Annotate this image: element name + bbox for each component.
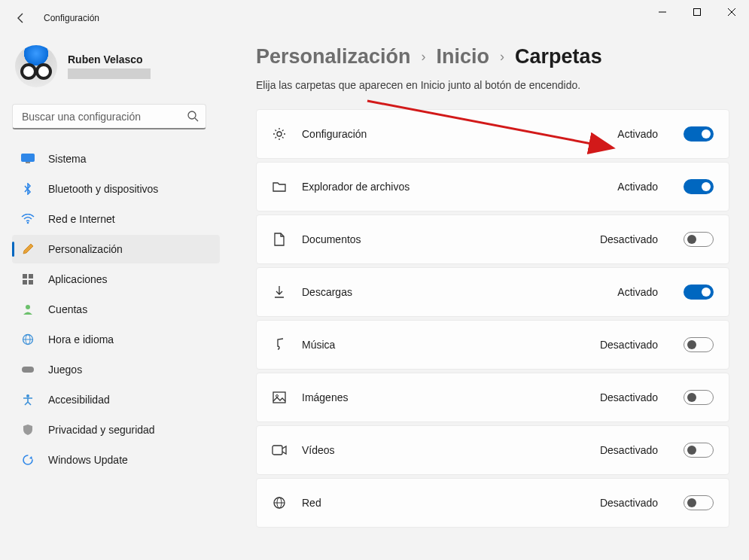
- maximize-button[interactable]: [680, 0, 714, 24]
- search-icon: [187, 110, 199, 125]
- toggle-switch[interactable]: [684, 443, 714, 458]
- sidebar-item-accessibility[interactable]: Accesibilidad: [12, 385, 220, 414]
- apps-icon: [21, 272, 35, 286]
- folder-label: Vídeos: [302, 444, 585, 456]
- svg-point-20: [276, 395, 279, 397]
- sidebar-item-label: Bluetooth y dispositivos: [48, 183, 158, 195]
- minimize-button[interactable]: [645, 0, 680, 24]
- bluetooth-icon: [21, 182, 35, 196]
- breadcrumb: Personalización › Inicio › Carpetas: [256, 45, 729, 68]
- toggle-switch[interactable]: [684, 390, 714, 405]
- download-icon: [272, 285, 287, 300]
- svg-rect-15: [22, 367, 34, 373]
- sidebar-item-label: Accesibilidad: [48, 394, 110, 406]
- toggle-switch[interactable]: [684, 126, 714, 142]
- search-input[interactable]: [12, 104, 206, 129]
- sidebar-item-update[interactable]: Windows Update: [12, 446, 220, 474]
- sidebar-item-brush[interactable]: Personalización: [12, 235, 220, 263]
- svg-rect-8: [29, 274, 33, 278]
- sidebar-item-gamepad[interactable]: Juegos: [12, 355, 220, 384]
- sidebar-item-person[interactable]: Cuentas: [12, 295, 220, 324]
- music-icon: [272, 337, 287, 352]
- breadcrumb-current: Carpetas: [515, 45, 602, 68]
- toggle-switch[interactable]: [684, 285, 714, 300]
- toggle-state-text: Activado: [617, 128, 658, 140]
- svg-point-6: [27, 222, 29, 224]
- toggle-state-text: Desactivado: [600, 497, 658, 509]
- svg-point-2: [188, 111, 196, 119]
- folder-card-video: VídeosDesactivado: [256, 425, 729, 475]
- chevron-right-icon: ›: [500, 49, 504, 65]
- image-icon: [272, 390, 287, 405]
- gear-icon: [272, 126, 287, 142]
- folder-card-download: DescargasActivado: [256, 267, 729, 317]
- gamepad-icon: [21, 363, 35, 376]
- folder-card-document: DocumentosDesactivado: [256, 215, 729, 264]
- close-button[interactable]: [714, 0, 749, 24]
- svg-point-17: [23, 455, 32, 464]
- folder-label: Configuración: [302, 128, 602, 140]
- sidebar-item-label: Windows Update: [48, 454, 128, 466]
- page-subtitle: Elija las carpetas que aparecen en Inici…: [256, 79, 729, 91]
- folder-card-network: RedDesactivado: [256, 478, 729, 528]
- sidebar-item-label: Juegos: [48, 364, 82, 376]
- back-button[interactable]: [14, 11, 29, 26]
- svg-point-18: [277, 132, 282, 136]
- person-icon: [21, 303, 35, 316]
- sidebar-item-label: Aplicaciones: [48, 273, 108, 285]
- sidebar-item-monitor[interactable]: Sistema: [12, 145, 220, 173]
- svg-line-3: [195, 118, 198, 121]
- svg-rect-10: [29, 280, 33, 285]
- sidebar-item-label: Personalización: [48, 243, 123, 255]
- svg-rect-9: [23, 280, 27, 285]
- document-icon: [272, 232, 287, 247]
- sidebar-item-label: Sistema: [48, 153, 87, 165]
- shield-icon: [21, 423, 35, 437]
- sidebar-item-apps[interactable]: Aplicaciones: [12, 265, 220, 294]
- folder-label: Explorador de archivos: [302, 181, 602, 193]
- brush-icon: [21, 242, 35, 256]
- sidebar-item-label: Red e Internet: [48, 213, 115, 225]
- folder-label: Red: [302, 497, 585, 509]
- svg-rect-4: [22, 154, 35, 162]
- globe-icon: [21, 333, 35, 346]
- sidebar-item-label: Hora e idioma: [48, 333, 114, 345]
- monitor-icon: [21, 152, 35, 166]
- breadcrumb-start[interactable]: Inicio: [437, 45, 490, 68]
- profile-name: Ruben Velasco: [68, 53, 151, 65]
- toggle-state-text: Activado: [617, 286, 658, 298]
- sidebar-item-label: Privacidad y seguridad: [48, 424, 155, 436]
- sidebar-item-shield[interactable]: Privacidad y seguridad: [12, 415, 220, 444]
- toggle-state-text: Desactivado: [600, 339, 658, 351]
- chevron-right-icon: ›: [422, 49, 426, 65]
- toggle-state-text: Desactivado: [600, 444, 658, 456]
- folder-icon: [272, 179, 287, 194]
- toggle-switch[interactable]: [684, 232, 714, 247]
- window-title: Configuración: [44, 13, 99, 23]
- svg-point-16: [26, 394, 29, 397]
- sidebar-item-label: Cuentas: [48, 303, 87, 315]
- sidebar-item-globe[interactable]: Hora e idioma: [12, 325, 220, 354]
- svg-rect-21: [273, 446, 282, 455]
- toggle-switch[interactable]: [684, 179, 714, 194]
- toggle-state-text: Activado: [617, 181, 658, 193]
- network-icon: [272, 495, 287, 510]
- folder-card-image: ImágenesDesactivado: [256, 373, 729, 422]
- folder-card-folder: Explorador de archivosActivado: [256, 162, 729, 212]
- sidebar-item-wifi[interactable]: Red e Internet: [12, 205, 220, 233]
- update-icon: [21, 453, 35, 467]
- breadcrumb-personalization[interactable]: Personalización: [256, 45, 411, 68]
- toggle-switch[interactable]: [684, 337, 714, 352]
- svg-rect-19: [273, 392, 285, 403]
- wifi-icon: [21, 212, 35, 226]
- toggle-state-text: Desactivado: [600, 391, 658, 403]
- video-icon: [272, 443, 287, 458]
- svg-rect-7: [23, 274, 27, 278]
- sidebar-item-bluetooth[interactable]: Bluetooth y dispositivos: [12, 175, 220, 203]
- profile[interactable]: Ruben Velasco: [12, 42, 220, 101]
- accessibility-icon: [21, 393, 35, 406]
- toggle-switch[interactable]: [684, 495, 714, 510]
- profile-email-redacted: [68, 68, 151, 79]
- svg-rect-5: [26, 162, 30, 163]
- avatar: [15, 45, 57, 87]
